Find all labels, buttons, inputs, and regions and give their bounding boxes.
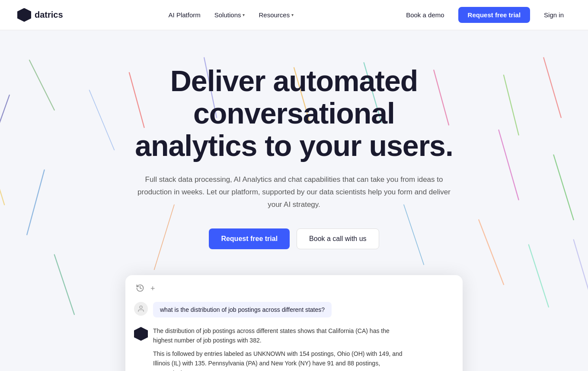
hero-book-call-button[interactable]: Book a call with us <box>297 228 379 249</box>
hero-section: Deliver automated conversational analyti… <box>0 30 588 371</box>
svg-line-18 <box>574 240 588 307</box>
bot-bubble: The distribution of job postings across … <box>153 326 404 371</box>
svg-line-20 <box>499 130 518 200</box>
sign-in-button[interactable]: Sign in <box>537 8 571 22</box>
svg-line-21 <box>553 155 573 220</box>
svg-line-13 <box>504 75 519 135</box>
hero-title: Deliver automated conversational analyti… <box>108 65 480 162</box>
chat-demo-card: + what is the distribution of job postin… <box>125 275 463 371</box>
bot-message: The distribution of job postings across … <box>134 326 454 371</box>
history-icon[interactable] <box>136 284 145 293</box>
svg-line-6 <box>0 140 4 205</box>
user-avatar <box>134 302 148 316</box>
chevron-down-icon: ▾ <box>291 13 294 17</box>
svg-line-5 <box>54 255 74 315</box>
logo-text: datrics <box>35 10 63 20</box>
request-trial-button[interactable]: Request free trial <box>458 7 530 23</box>
nav-link-solutions[interactable]: Solutions ▾ <box>214 11 245 19</box>
navbar: datrics AI Platform Solutions ▾ Resource… <box>0 0 588 30</box>
bot-avatar-icon <box>134 327 148 341</box>
hero-subtitle: Full stack data processing, AI Analytics… <box>132 174 456 211</box>
svg-line-1 <box>0 95 10 172</box>
svg-line-14 <box>543 58 561 118</box>
user-bubble: what is the distribution of job postings… <box>153 302 332 317</box>
logo[interactable]: datrics <box>17 8 63 22</box>
svg-line-17 <box>529 245 549 307</box>
chat-toolbar: + <box>134 284 454 293</box>
svg-point-25 <box>140 306 142 308</box>
user-message: what is the distribution of job postings… <box>134 302 454 317</box>
book-demo-button[interactable]: Book a demo <box>399 8 451 22</box>
nav-link-platform[interactable]: AI Platform <box>169 11 201 19</box>
nav-links: AI Platform Solutions ▾ Resources ▾ <box>169 11 294 19</box>
chevron-down-icon: ▾ <box>243 13 245 17</box>
nav-actions: Book a demo Request free trial Sign in <box>399 7 571 23</box>
svg-line-7 <box>27 170 44 235</box>
add-chat-icon[interactable]: + <box>150 284 155 293</box>
svg-line-2 <box>29 60 54 110</box>
hero-content: Deliver automated conversational analyti… <box>99 65 489 275</box>
nav-link-resources[interactable]: Resources ▾ <box>259 11 294 19</box>
logo-hex-icon <box>17 8 31 22</box>
hero-request-trial-button[interactable]: Request free trial <box>209 228 290 249</box>
hero-cta-buttons: Request free trial Book a call with us <box>108 228 480 249</box>
